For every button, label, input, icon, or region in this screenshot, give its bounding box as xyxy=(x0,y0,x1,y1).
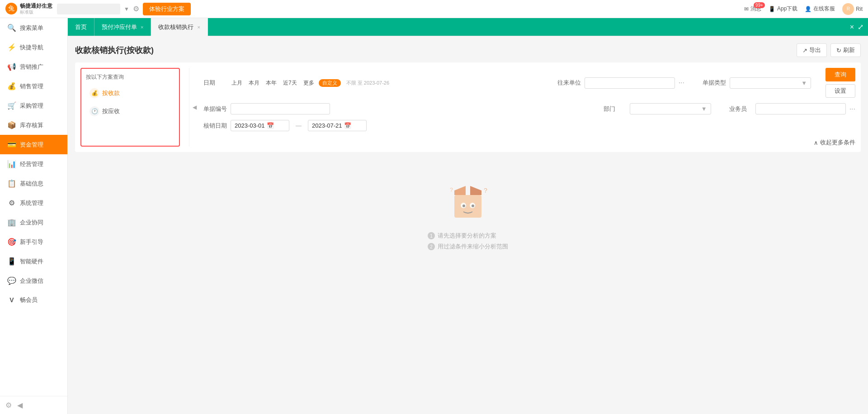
wechat-icon: 💬 xyxy=(7,276,16,285)
staff-more[interactable]: ··· xyxy=(849,105,855,113)
sidebar-item-search-menu[interactable]: 🔍 搜索菜单 xyxy=(0,18,67,38)
topbar-center: ▼ ⚙ 体验行业方案 xyxy=(57,3,740,15)
sidebar-item-enterprise[interactable]: 🏢 企业协同 xyxy=(0,213,67,232)
counterpart-label: 往来单位 xyxy=(557,79,581,87)
filter-by-receipt[interactable]: 💰 按收款 xyxy=(86,86,175,101)
sidebar-item-hardware[interactable]: 📱 智能硬件 xyxy=(0,252,67,271)
verify-date-to-input[interactable]: 2023-07-21 📅 xyxy=(308,120,367,131)
topbar-dropdown-icon[interactable]: ▼ xyxy=(124,6,129,12)
sidebar-item-system[interactable]: ⚙ 系统管理 xyxy=(0,193,67,213)
sidebar-collapse-icon[interactable]: ◀ xyxy=(17,401,23,409)
marketing-icon: 📢 xyxy=(7,62,16,71)
sidebar-item-sales[interactable]: 💰 销售管理 xyxy=(0,76,67,96)
query-actions: 查询 设置 xyxy=(826,68,855,98)
sidebar-label-hardware: 智能硬件 xyxy=(20,257,43,266)
collapse-more-label: 收起更多条件 xyxy=(820,138,855,147)
tab-prepay-close[interactable]: × xyxy=(141,24,143,30)
svg-marker-2 xyxy=(470,186,481,195)
system-icon: ⚙ xyxy=(7,199,16,207)
verify-date-from-input[interactable]: 2023-03-01 📅 xyxy=(231,120,289,131)
sidebar-item-finance[interactable]: 💳 资金管理 xyxy=(0,135,67,154)
sidebar-label-member: 畅会员 xyxy=(20,296,38,304)
sidebar-item-marketing[interactable]: 📢 营销推广 xyxy=(0,57,67,76)
operations-icon: 📊 xyxy=(7,160,16,168)
sidebar-label-marketing: 营销推广 xyxy=(20,63,43,71)
collapse-more-btn[interactable]: ∧ 收起更多条件 xyxy=(814,138,855,147)
date-last-month[interactable]: 上月 xyxy=(230,78,244,88)
verify-date-field: 核销日期 2023-03-01 📅 — 2023-07-21 📅 xyxy=(203,120,367,131)
sidebar-item-quick-nav[interactable]: ⚡ 快捷导航 xyxy=(0,38,67,57)
query-btn[interactable]: 查询 xyxy=(826,68,855,81)
calendar-to-icon[interactable]: 📅 xyxy=(344,122,351,129)
page-header-actions: ↗ 导出 ↻ 刷新 xyxy=(797,43,861,57)
sidebar-item-purchase[interactable]: 🛒 采购管理 xyxy=(0,96,67,115)
date-field: 日期 上月 本月 本年 近7天 更多 自定义 xyxy=(203,78,389,88)
sidebar-label-basic-info: 基础信息 xyxy=(20,180,43,188)
tab-collection[interactable]: 收款核销执行 × xyxy=(151,18,208,36)
date-this-year[interactable]: 本年 xyxy=(264,78,278,88)
sidebar-item-inventory[interactable]: 📦 库存核算 xyxy=(0,115,67,135)
doc-type-select[interactable]: ▼ xyxy=(730,77,811,89)
purchase-icon: 🛒 xyxy=(7,101,16,110)
export-btn[interactable]: ↗ 导出 xyxy=(797,43,827,57)
tab-close-all-icon[interactable]: × xyxy=(850,23,854,31)
brand-version: 标准版 xyxy=(20,10,52,15)
online-service-btn[interactable]: 👤 在线客服 xyxy=(805,5,835,13)
inventory-icon: 📦 xyxy=(7,121,16,129)
dept-select[interactable]: ▼ xyxy=(630,103,711,114)
tip1-text: 请先选择要分析的方案 xyxy=(438,232,496,240)
empty-illustration: ? ? xyxy=(441,179,495,224)
sidebar-label-system: 系统管理 xyxy=(20,199,43,207)
user-profile[interactable]: R Rit xyxy=(842,3,863,15)
staff-label: 业务员 xyxy=(729,105,752,113)
topbar-settings-icon[interactable]: ⚙ xyxy=(133,5,139,13)
refresh-btn[interactable]: ↻ 刷新 xyxy=(830,43,861,57)
sidebar-item-operations[interactable]: 📊 经营管理 xyxy=(0,154,67,174)
counterpart-field: 往来单位 ··· xyxy=(557,77,684,89)
svg-marker-1 xyxy=(454,186,466,195)
tab-home[interactable]: 首页 xyxy=(68,18,94,36)
tab-prepay[interactable]: 预付冲应付单 × xyxy=(94,18,151,36)
sidebar-label-purchase: 采购管理 xyxy=(20,102,43,110)
sidebar-item-basic-info[interactable]: 📋 基础信息 xyxy=(0,174,67,193)
tip1-num: 1 xyxy=(428,232,435,239)
date-custom-badge[interactable]: 自定义 xyxy=(319,79,341,87)
filter-by-receivable[interactable]: 🕐 按应收 xyxy=(86,104,175,119)
doc-num-input[interactable] xyxy=(231,103,330,114)
filter-row-2: 单据编号 部门 ▼ xyxy=(203,103,855,114)
sidebar-item-guide[interactable]: 🎯 新手引导 xyxy=(0,232,67,252)
page-header: 收款核销执行(按收款) ↗ 导出 ↻ 刷新 xyxy=(75,43,861,57)
doc-num-field: 单据编号 xyxy=(203,103,330,114)
sidebar-item-wechat[interactable]: 💬 企业微信 xyxy=(0,271,67,290)
tab-collection-close[interactable]: × xyxy=(197,24,200,30)
industry-btn[interactable]: 体验行业方案 xyxy=(143,3,191,15)
message-btn[interactable]: ✉ 消息 99+ xyxy=(744,5,761,13)
doc-type-chevron-icon: ▼ xyxy=(801,80,807,86)
tab-expand-icon[interactable]: ⤢ xyxy=(858,23,863,31)
svg-text:?: ? xyxy=(450,187,453,193)
filter-collapse-btn[interactable]: ◀ xyxy=(189,68,198,147)
app-icon: 📱 xyxy=(769,6,775,12)
settings-btn[interactable]: 设置 xyxy=(826,84,855,98)
dept-chevron-icon: ▼ xyxy=(701,105,707,112)
date-more[interactable]: 更多 xyxy=(302,78,316,88)
app-download-btn[interactable]: 📱 App下载 xyxy=(769,5,797,13)
tip2-text: 用过滤条件来缩小分析范围 xyxy=(438,243,508,251)
date-this-month[interactable]: 本月 xyxy=(247,78,261,88)
counterpart-more[interactable]: ··· xyxy=(679,79,684,87)
guide-icon: 🎯 xyxy=(7,238,16,246)
sidebar-bottom: ⚙ ◀ xyxy=(0,396,67,414)
search-menu-icon: 🔍 xyxy=(7,24,16,32)
message-badge: 99+ xyxy=(754,2,765,8)
main-layout: 🔍 搜索菜单 ⚡ 快捷导航 📢 营销推广 💰 销售管理 🛒 采购管理 📦 库存核… xyxy=(0,18,868,414)
service-label: 在线客服 xyxy=(813,5,835,13)
sidebar-item-member[interactable]: V 畅会员 xyxy=(0,290,67,309)
counterpart-input[interactable] xyxy=(585,77,675,89)
date-last-7[interactable]: 近7天 xyxy=(281,78,299,88)
staff-input[interactable] xyxy=(755,103,846,114)
filter-panel-title: 按以下方案查询 xyxy=(86,73,175,81)
calendar-from-icon[interactable]: 📅 xyxy=(267,122,274,129)
sidebar: 🔍 搜索菜单 ⚡ 快捷导航 📢 营销推广 💰 销售管理 🛒 采购管理 📦 库存核… xyxy=(0,18,68,414)
sidebar-settings-icon[interactable]: ⚙ xyxy=(5,401,12,409)
tab-prepay-label: 预付冲应付单 xyxy=(102,23,137,31)
